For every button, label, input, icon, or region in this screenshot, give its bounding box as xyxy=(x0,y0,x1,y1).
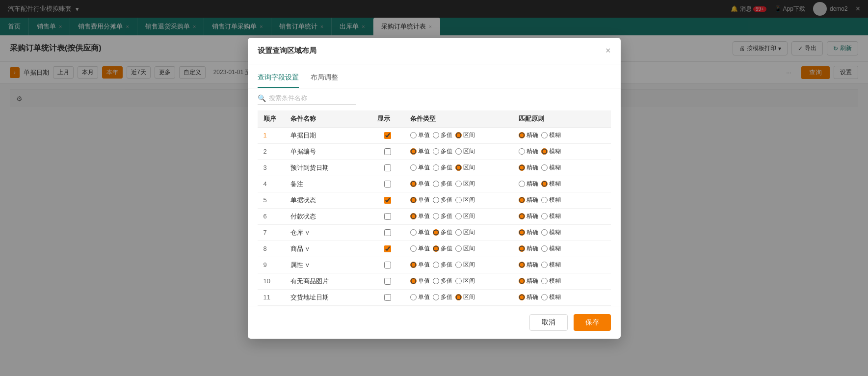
row-show-checkbox[interactable] xyxy=(384,229,391,236)
type-radio-item[interactable]: 区间 xyxy=(455,244,475,253)
row-name: 付款状态 xyxy=(285,208,371,224)
col-match-header: 匹配原则 xyxy=(513,110,610,128)
cancel-button[interactable]: 取消 xyxy=(529,314,568,331)
modal-tab-field-settings[interactable]: 查询字段设置 xyxy=(258,70,299,88)
type-radio-item[interactable]: 单值 xyxy=(410,244,430,253)
row-name: 预计到货日期 xyxy=(285,160,371,176)
type-radio-item[interactable]: 区间 xyxy=(455,147,475,156)
match-radio-item[interactable]: 模糊 xyxy=(541,212,561,220)
match-radio-item[interactable]: 精确 xyxy=(519,228,538,237)
table-row: 11交货地址日期单值多值区间精确模糊 xyxy=(258,289,611,305)
row-name: 单据日期 xyxy=(285,127,371,143)
search-input[interactable] xyxy=(269,94,347,102)
type-radio-item[interactable]: 多值 xyxy=(433,147,452,156)
row-type-cell: 单值多值区间 xyxy=(404,273,513,289)
match-radio-item[interactable]: 模糊 xyxy=(541,180,561,188)
type-radio-item[interactable]: 多值 xyxy=(433,180,452,188)
match-radio-item[interactable]: 模糊 xyxy=(541,293,561,301)
row-show-checkbox[interactable] xyxy=(384,262,391,269)
row-order: 4 xyxy=(258,176,285,192)
type-radio-item[interactable]: 区间 xyxy=(455,180,475,188)
row-show-checkbox[interactable] xyxy=(384,245,391,252)
match-radio-item[interactable]: 精确 xyxy=(519,163,538,172)
row-order: 10 xyxy=(258,273,285,289)
type-radio-item[interactable]: 单值 xyxy=(410,180,430,188)
type-radio-item[interactable]: 单值 xyxy=(410,261,430,269)
row-type-cell: 单值多值区间 xyxy=(404,241,513,257)
type-radio-item[interactable]: 多值 xyxy=(433,244,452,253)
type-radio-item[interactable]: 区间 xyxy=(455,196,475,204)
type-radio-item[interactable]: 多值 xyxy=(433,293,452,301)
save-button[interactable]: 保存 xyxy=(574,314,611,331)
row-name: 商品 ∨ xyxy=(285,241,371,257)
table-row: 8商品 ∨单值多值区间精确模糊 xyxy=(258,241,611,257)
row-show-checkbox[interactable] xyxy=(384,278,391,285)
modal-table: 顺序 条件名称 显示 条件类型 匹配原则 1单据日期单值多值区间精确模糊2单据编… xyxy=(248,110,621,306)
row-type-cell: 单值多值区间 xyxy=(404,143,513,160)
modal-close-button[interactable]: × xyxy=(605,46,611,56)
row-show-checkbox[interactable] xyxy=(384,164,391,171)
match-radio-item[interactable]: 精确 xyxy=(519,131,538,139)
row-show-checkbox[interactable] xyxy=(384,213,391,220)
type-radio-item[interactable]: 区间 xyxy=(455,293,475,301)
type-radio-item[interactable]: 单值 xyxy=(410,131,430,139)
row-match-cell: 精确模糊 xyxy=(513,127,610,143)
row-type-cell: 单值多值区间 xyxy=(404,289,513,305)
col-order-header: 顺序 xyxy=(258,110,285,128)
type-radio-item[interactable]: 单值 xyxy=(410,147,430,156)
type-radio-item[interactable]: 多值 xyxy=(433,212,452,220)
row-order: 8 xyxy=(258,241,285,257)
match-radio-item[interactable]: 精确 xyxy=(519,261,538,269)
row-type-cell: 单值多值区间 xyxy=(404,127,513,143)
match-radio-item[interactable]: 模糊 xyxy=(541,163,561,172)
table-row: 1单据日期单值多值区间精确模糊 xyxy=(258,127,611,143)
type-radio-item[interactable]: 多值 xyxy=(433,261,452,269)
row-show-cell xyxy=(371,257,404,273)
type-radio-item[interactable]: 单值 xyxy=(410,228,430,237)
type-radio-item[interactable]: 多值 xyxy=(433,163,452,172)
type-radio-item[interactable]: 多值 xyxy=(433,277,452,285)
match-radio-item[interactable]: 精确 xyxy=(519,277,538,285)
match-radio-item[interactable]: 模糊 xyxy=(541,147,561,156)
match-radio-item[interactable]: 模糊 xyxy=(541,261,561,269)
type-radio-item[interactable]: 单值 xyxy=(410,293,430,301)
match-radio-item[interactable]: 精确 xyxy=(519,147,538,156)
row-name: 交货地址日期 xyxy=(285,289,371,305)
type-radio-item[interactable]: 区间 xyxy=(455,277,475,285)
type-radio-item[interactable]: 区间 xyxy=(455,228,475,237)
match-radio-item[interactable]: 模糊 xyxy=(541,196,561,204)
type-radio-item[interactable]: 多值 xyxy=(433,196,452,204)
row-show-checkbox[interactable] xyxy=(384,197,391,204)
match-radio-item[interactable]: 精确 xyxy=(519,244,538,253)
match-radio-item[interactable]: 模糊 xyxy=(541,244,561,253)
row-type-cell: 单值多值区间 xyxy=(404,160,513,176)
match-radio-item[interactable]: 精确 xyxy=(519,293,538,301)
match-radio-item[interactable]: 精确 xyxy=(519,196,538,204)
type-radio-item[interactable]: 单值 xyxy=(410,212,430,220)
modal-search-area: 🔍 xyxy=(248,88,621,110)
type-radio-item[interactable]: 区间 xyxy=(455,261,475,269)
row-show-checkbox[interactable] xyxy=(384,294,391,301)
row-order: 5 xyxy=(258,192,285,208)
type-radio-item[interactable]: 单值 xyxy=(410,163,430,172)
row-show-checkbox[interactable] xyxy=(384,132,391,139)
type-radio-item[interactable]: 单值 xyxy=(410,277,430,285)
row-show-checkbox[interactable] xyxy=(384,148,391,155)
table-row: 3预计到货日期单值多值区间精确模糊 xyxy=(258,160,611,176)
type-radio-item[interactable]: 区间 xyxy=(455,212,475,220)
match-radio-item[interactable]: 精确 xyxy=(519,180,538,188)
search-input-wrap: 🔍 xyxy=(258,94,356,105)
type-radio-item[interactable]: 多值 xyxy=(433,228,452,237)
match-radio-item[interactable]: 模糊 xyxy=(541,228,561,237)
type-radio-item[interactable]: 单值 xyxy=(410,196,430,204)
match-radio-item[interactable]: 模糊 xyxy=(541,277,561,285)
row-show-cell xyxy=(371,192,404,208)
row-show-checkbox[interactable] xyxy=(384,181,391,188)
row-order: 3 xyxy=(258,160,285,176)
match-radio-item[interactable]: 精确 xyxy=(519,212,538,220)
type-radio-item[interactable]: 多值 xyxy=(433,131,452,139)
modal-tab-layout-adjust[interactable]: 布局调整 xyxy=(311,70,338,88)
match-radio-item[interactable]: 模糊 xyxy=(541,131,561,139)
type-radio-item[interactable]: 区间 xyxy=(455,131,475,139)
type-radio-item[interactable]: 区间 xyxy=(455,163,475,172)
